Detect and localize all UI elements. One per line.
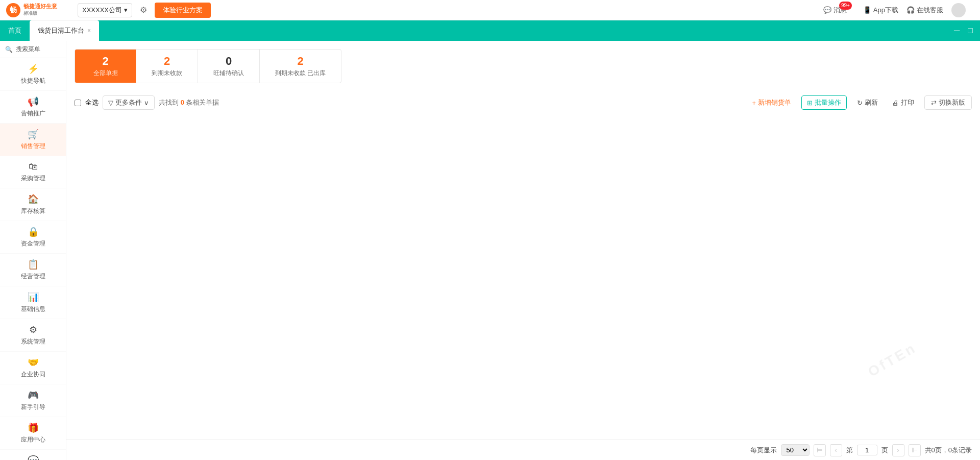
overdue-count: 2 bbox=[152, 55, 182, 68]
result-count: 0 bbox=[181, 99, 184, 106]
select-all-label: 全选 bbox=[85, 98, 99, 107]
pagination-bar: 每页显示 50 100 200 ⊨ ‹ 第 页 › ⊩ 共0页，0条记录 bbox=[66, 440, 980, 460]
pending-label: 旺辅待确认 bbox=[213, 69, 244, 78]
sidebar-item-label: 资金管理 bbox=[21, 239, 45, 248]
tab-overdue[interactable]: 2 到期未收款 bbox=[136, 50, 198, 83]
enterprise-icon: 🤝 bbox=[28, 357, 39, 368]
sales-icon: 🛒 bbox=[28, 129, 39, 140]
sidebar: 🔍 搜索菜单 ⚡ 快捷导航 📢 营销推广 🛒 销售管理 🛍 采购管理 🏠 库存核… bbox=[0, 41, 66, 460]
refresh-button[interactable]: ↻ 刷新 bbox=[853, 96, 882, 109]
sidebar-item-quick-nav[interactable]: ⚡ 快捷导航 bbox=[0, 58, 66, 91]
batch-icon: ⊞ bbox=[807, 99, 813, 107]
quick-nav-icon: ⚡ bbox=[28, 63, 39, 75]
search-icon: 🔍 bbox=[5, 46, 13, 53]
search-menu[interactable]: 🔍 搜索菜单 bbox=[0, 41, 66, 58]
pending-count: 0 bbox=[213, 55, 244, 68]
minimize-icon[interactable]: ─ bbox=[952, 24, 962, 37]
switch-version-button[interactable]: ⇄ 切换新版 bbox=[924, 95, 972, 110]
system-icon: ⚙ bbox=[29, 324, 37, 335]
online-service-button[interactable]: 🎧 在线客服 bbox=[906, 6, 943, 15]
trial-button[interactable]: 体验行业方案 bbox=[155, 3, 211, 18]
add-icon: + bbox=[752, 99, 756, 107]
print-icon: 🖨 bbox=[892, 99, 899, 107]
finance-icon: 🔒 bbox=[28, 226, 39, 237]
company-name: XXXXXX公司 bbox=[82, 6, 122, 15]
app-logo-icon: 畅 bbox=[6, 3, 20, 17]
sidebar-item-label: 库存核算 bbox=[21, 207, 45, 215]
message-badge: 99+ bbox=[839, 2, 852, 10]
sidebar-item-guide[interactable]: 🎮 新手引导 bbox=[0, 384, 66, 417]
avatar[interactable] bbox=[951, 3, 966, 17]
sidebar-item-label: 采购管理 bbox=[21, 174, 45, 183]
print-label: 打印 bbox=[901, 98, 914, 107]
top-right-area: 💬 消息 99+ 📱 App下载 🎧 在线客服 bbox=[823, 3, 974, 17]
settings-button[interactable]: ⚙ bbox=[136, 3, 151, 17]
tab-pending[interactable]: 0 旺辅待确认 bbox=[198, 50, 260, 83]
next-page-button[interactable]: › bbox=[892, 444, 904, 456]
sidebar-item-marketing[interactable]: 📢 营销推广 bbox=[0, 91, 66, 124]
empty-content-area bbox=[75, 120, 972, 365]
last-page-button[interactable]: ⊩ bbox=[909, 444, 921, 456]
add-order-button[interactable]: + 新增销货单 bbox=[748, 96, 795, 109]
content-inner: 2 全部单据 2 到期未收款 0 旺辅待确认 2 到期未收款 已出库 bbox=[66, 41, 980, 460]
search-menu-label: 搜索菜单 bbox=[16, 45, 40, 54]
tab-all-orders[interactable]: 2 全部单据 bbox=[75, 50, 136, 83]
sidebar-item-label: 系统管理 bbox=[21, 337, 45, 346]
sidebar-item-inventory[interactable]: 🏠 库存核算 bbox=[0, 188, 66, 221]
sidebar-item-system[interactable]: ⚙ 系统管理 bbox=[0, 319, 66, 352]
sidebar-item-sales[interactable]: 🛒 销售管理 bbox=[0, 124, 66, 156]
sidebar-item-wecom[interactable]: 💬 企业微信 bbox=[0, 450, 66, 460]
nav-tabs-right: ─ □ bbox=[952, 24, 980, 37]
prev-page-button[interactable]: ‹ bbox=[830, 444, 842, 456]
batch-operation-button[interactable]: ⊞ 批量操作 bbox=[801, 95, 847, 110]
online-service-label: 在线客服 bbox=[917, 6, 943, 15]
page-size-select[interactable]: 50 100 200 bbox=[781, 444, 810, 456]
sidebar-item-operations[interactable]: 📋 经营管理 bbox=[0, 254, 66, 286]
close-tab-icon[interactable]: × bbox=[87, 27, 91, 34]
filter-icon: ▽ bbox=[108, 99, 113, 107]
filter-chevron-icon: ∨ bbox=[144, 99, 149, 107]
main-layout: 🔍 搜索菜单 ⚡ 快捷导航 📢 营销推广 🛒 销售管理 🛍 采购管理 🏠 库存核… bbox=[0, 41, 980, 460]
select-all-checkbox[interactable] bbox=[75, 100, 81, 106]
result-text: 共找到 0 条相关单据 bbox=[159, 98, 219, 107]
sidebar-item-app-center[interactable]: 🎁 应用中心 bbox=[0, 417, 66, 450]
filter-button[interactable]: ▽ 更多条件 ∨ bbox=[103, 95, 155, 110]
shipped-count: 2 bbox=[275, 55, 326, 68]
sidebar-item-basic-info[interactable]: 📊 基础信息 bbox=[0, 286, 66, 319]
marketing-icon: 📢 bbox=[28, 96, 39, 107]
company-selector[interactable]: XXXXXX公司 ▾ bbox=[78, 3, 132, 17]
message-icon: 💬 bbox=[823, 6, 831, 14]
operations-icon: 📋 bbox=[28, 259, 39, 270]
tab-home[interactable]: 首页 bbox=[0, 20, 30, 41]
logo-area: 畅 畅捷通好生意 标准版 bbox=[6, 3, 72, 17]
sidebar-item-label: 营销推广 bbox=[21, 109, 45, 118]
print-button[interactable]: 🖨 打印 bbox=[888, 96, 918, 109]
page-of-label: 页 bbox=[881, 446, 888, 455]
app-download-label: App下载 bbox=[873, 6, 898, 15]
tab-work-bench[interactable]: 钱货日清工作台 × bbox=[30, 20, 99, 41]
message-button[interactable]: 💬 消息 99+ bbox=[823, 6, 847, 15]
all-orders-count: 2 bbox=[90, 55, 120, 68]
content-area: 2 全部单据 2 到期未收款 0 旺辅待确认 2 到期未收款 已出库 bbox=[66, 41, 980, 460]
batch-label: 批量操作 bbox=[815, 98, 841, 107]
app-download-button[interactable]: 📱 App下载 bbox=[863, 6, 898, 15]
sidebar-item-finance[interactable]: 🔒 资金管理 bbox=[0, 221, 66, 254]
chevron-down-icon: ▾ bbox=[124, 6, 128, 14]
overdue-label: 到期未收款 bbox=[152, 69, 182, 78]
sidebar-item-label: 销售管理 bbox=[21, 142, 45, 151]
page-input[interactable] bbox=[857, 445, 877, 455]
page-label: 第 bbox=[846, 446, 853, 455]
sidebar-item-purchase[interactable]: 🛍 采购管理 bbox=[0, 156, 66, 188]
maximize-icon[interactable]: □ bbox=[966, 24, 975, 37]
app-logo-sub: 标准版 bbox=[23, 10, 57, 17]
first-page-button[interactable]: ⊨ bbox=[814, 444, 826, 456]
add-order-label: 新增销货单 bbox=[758, 98, 791, 107]
result-suffix: 条相关单据 bbox=[186, 99, 219, 106]
all-orders-label: 全部单据 bbox=[90, 69, 120, 78]
tab-shipped[interactable]: 2 到期未收款 已出库 bbox=[260, 50, 341, 83]
sidebar-item-enterprise[interactable]: 🤝 企业协同 bbox=[0, 352, 66, 384]
nav-tabs: 首页 钱货日清工作台 × ─ □ bbox=[0, 20, 980, 41]
toolbar-right: + 新增销货单 ⊞ 批量操作 ↻ 刷新 🖨 打印 bbox=[748, 95, 972, 110]
switch-icon: ⇄ bbox=[931, 99, 937, 107]
top-bar: 畅 畅捷通好生意 标准版 XXXXXX公司 ▾ ⚙ 体验行业方案 💬 消息 99… bbox=[0, 0, 980, 20]
